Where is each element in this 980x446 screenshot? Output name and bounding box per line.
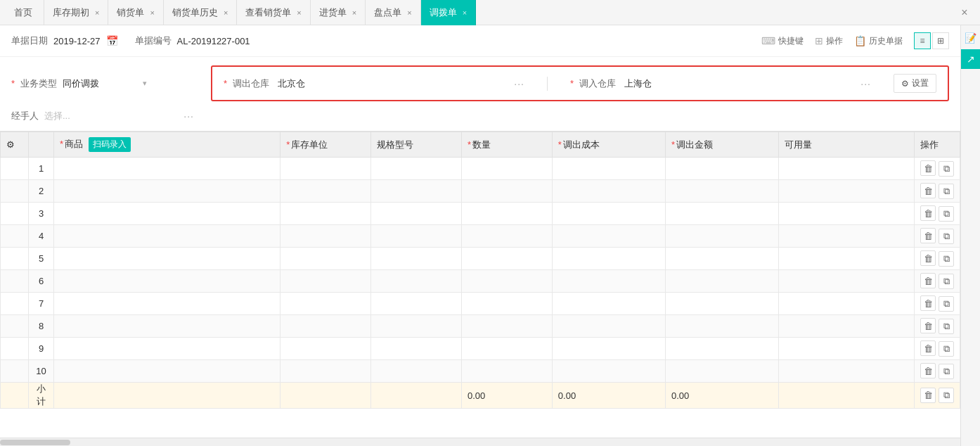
row-amount-cell[interactable] (665, 248, 778, 270)
row-delete-icon[interactable]: 🗑 (920, 340, 936, 356)
row-available-cell[interactable] (779, 293, 915, 315)
row-amount-cell[interactable] (665, 293, 778, 315)
tab-sales-history[interactable]: 销货单历史 × (164, 0, 237, 25)
row-unit-cell[interactable] (281, 203, 371, 225)
row-product-cell[interactable] (54, 248, 281, 270)
row-unit-cell[interactable] (281, 360, 371, 383)
sidebar-export-icon[interactable]: ↗ (961, 49, 981, 69)
close-window-button[interactable]: × (952, 0, 977, 25)
operations-action[interactable]: ⊞ 操作 (815, 35, 843, 47)
row-delete-icon[interactable]: 🗑 (920, 205, 936, 221)
row-unit-cell[interactable] (281, 158, 371, 180)
row-qty-cell[interactable] (461, 225, 552, 248)
row-spec-cell[interactable] (371, 203, 462, 225)
row-unit-cell[interactable] (281, 293, 371, 315)
warehouse-out-value[interactable]: 北京仓 (278, 77, 503, 90)
row-available-cell[interactable] (779, 338, 915, 360)
row-available-cell[interactable] (779, 315, 915, 338)
tab-inventory-check-close[interactable]: × (407, 8, 411, 17)
warehouse-in-more-icon[interactable]: ··· (860, 78, 871, 89)
row-spec-cell[interactable] (371, 315, 462, 338)
row-spec-cell[interactable] (371, 293, 462, 315)
tab-inventory-init[interactable]: 库存期初 × (44, 0, 108, 25)
row-qty-cell[interactable] (461, 248, 552, 270)
row-amount-cell[interactable]: 0.00 (665, 383, 778, 409)
gear-settings-button[interactable]: ⚙ 设置 (894, 74, 936, 93)
row-available-cell[interactable] (779, 248, 915, 270)
row-amount-cell[interactable] (665, 270, 778, 293)
row-qty-cell[interactable] (461, 203, 552, 225)
row-cost-cell[interactable] (552, 180, 665, 203)
row-product-cell[interactable] (54, 180, 281, 203)
row-copy-icon[interactable]: ⧉ (939, 161, 954, 177)
row-copy-icon[interactable]: ⧉ (939, 388, 954, 403)
tab-home[interactable]: 首页 (3, 0, 44, 25)
row-product-cell[interactable] (54, 225, 281, 248)
handler-more-icon[interactable]: ··· (183, 110, 194, 122)
row-amount-cell[interactable] (665, 338, 778, 360)
row-delete-icon[interactable]: 🗑 (920, 318, 936, 333)
row-unit-cell[interactable] (281, 225, 371, 248)
row-qty-cell[interactable]: 0.00 (461, 383, 552, 409)
row-delete-icon[interactable]: 🗑 (920, 228, 936, 243)
row-product-cell[interactable] (54, 158, 281, 180)
row-unit-cell[interactable] (281, 270, 371, 293)
row-copy-icon[interactable]: ⧉ (939, 274, 954, 289)
row-available-cell[interactable] (779, 383, 915, 409)
tab-purchase-order[interactable]: 进货单 × (311, 0, 366, 25)
row-copy-icon[interactable]: ⧉ (939, 364, 954, 379)
row-spec-cell[interactable] (371, 158, 462, 180)
tab-transfer-order-close[interactable]: × (463, 8, 467, 17)
row-spec-cell[interactable] (371, 270, 462, 293)
row-qty-cell[interactable] (461, 315, 552, 338)
row-copy-icon[interactable]: ⧉ (939, 184, 954, 199)
row-available-cell[interactable] (779, 360, 915, 383)
row-copy-icon[interactable]: ⧉ (939, 251, 954, 267)
row-available-cell[interactable] (779, 203, 915, 225)
row-delete-icon[interactable]: 🗑 (920, 250, 936, 266)
row-copy-icon[interactable]: ⧉ (939, 296, 954, 312)
calendar-icon[interactable]: 📅 (106, 35, 118, 46)
row-copy-icon[interactable]: ⧉ (939, 206, 954, 222)
row-available-cell[interactable] (779, 225, 915, 248)
row-delete-icon[interactable]: 🗑 (920, 388, 936, 403)
row-product-cell[interactable] (54, 203, 281, 225)
row-cost-cell[interactable] (552, 315, 665, 338)
row-cost-cell[interactable] (552, 203, 665, 225)
tab-sales-order-close[interactable]: × (150, 8, 154, 17)
row-amount-cell[interactable] (665, 203, 778, 225)
row-amount-cell[interactable] (665, 360, 778, 383)
col-header-settings[interactable]: ⚙ (1, 132, 29, 158)
row-cost-cell[interactable] (552, 270, 665, 293)
row-product-cell[interactable] (54, 383, 281, 409)
tab-transfer-order[interactable]: 调拨单 × (421, 0, 476, 25)
row-spec-cell[interactable] (371, 248, 462, 270)
tab-inventory-init-close[interactable]: × (95, 8, 99, 17)
row-cost-cell[interactable] (552, 225, 665, 248)
sidebar-note-icon[interactable]: 📝 (961, 28, 981, 48)
row-qty-cell[interactable] (461, 360, 552, 383)
row-delete-icon[interactable]: 🗑 (920, 160, 936, 176)
row-unit-cell[interactable] (281, 248, 371, 270)
row-spec-cell[interactable] (371, 338, 462, 360)
scrollbar-thumb[interactable] (0, 440, 70, 445)
warehouse-in-value[interactable]: 上海仓 (624, 77, 849, 90)
row-unit-cell[interactable] (281, 315, 371, 338)
row-cost-cell[interactable] (552, 338, 665, 360)
row-unit-cell[interactable] (281, 383, 371, 409)
row-copy-icon[interactable]: ⧉ (939, 341, 954, 357)
history-action[interactable]: 📋 历史单据 (854, 35, 903, 47)
row-amount-cell[interactable] (665, 225, 778, 248)
row-delete-icon[interactable]: 🗑 (920, 363, 936, 378)
shortcut-action[interactable]: ⌨ 快捷键 (761, 35, 804, 47)
row-product-cell[interactable] (54, 270, 281, 293)
row-cost-cell[interactable] (552, 248, 665, 270)
row-amount-cell[interactable] (665, 180, 778, 203)
tab-view-sales[interactable]: 查看销货单 × (237, 0, 310, 25)
row-cost-cell[interactable] (552, 293, 665, 315)
row-unit-cell[interactable] (281, 180, 371, 203)
layout-btn-list[interactable]: ≡ (914, 32, 931, 49)
tab-inventory-check[interactable]: 盘点单 × (366, 0, 420, 25)
row-qty-cell[interactable] (461, 270, 552, 293)
row-available-cell[interactable] (779, 158, 915, 180)
